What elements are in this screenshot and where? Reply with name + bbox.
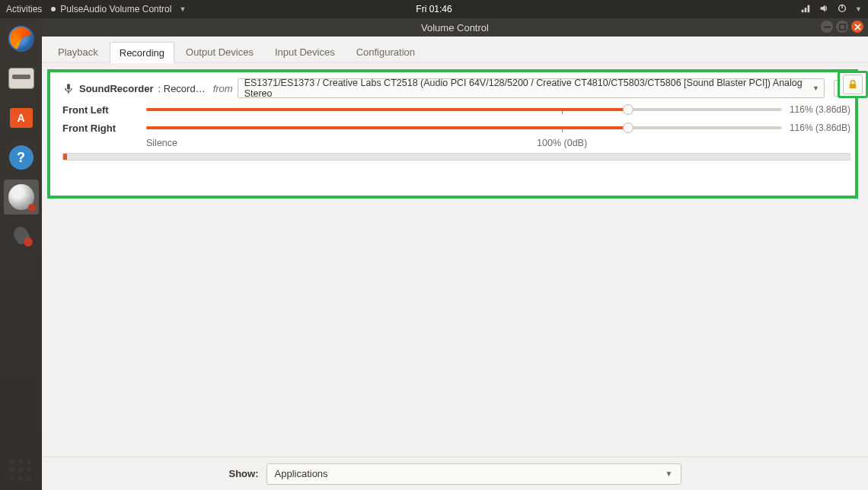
microphone-icon bbox=[8, 224, 34, 250]
slider-scale-labels: Silence 100% (0dB) bbox=[146, 138, 782, 150]
source-device-select[interactable]: ES1371/ES1373 / Creative Labs CT2518 (Au… bbox=[238, 78, 825, 98]
help-icon: ? bbox=[9, 145, 34, 170]
ubuntu-launcher: A ? bbox=[0, 18, 42, 490]
volume-slider-front-left[interactable] bbox=[146, 103, 782, 116]
gnome-topbar: Activities PulseAudio Volume Control ▼ F… bbox=[0, 0, 868, 18]
svg-rect-4 bbox=[67, 84, 70, 90]
svg-rect-3 bbox=[839, 24, 844, 29]
launcher-pavucontrol[interactable] bbox=[4, 180, 39, 215]
topbar-clock[interactable]: Fri 01:46 bbox=[416, 4, 452, 14]
lock-channels-button[interactable] bbox=[843, 75, 863, 94]
tab-recording[interactable]: Recording bbox=[110, 42, 174, 63]
scale-silence-label: Silence bbox=[146, 138, 177, 148]
launcher-software[interactable]: A bbox=[4, 100, 39, 135]
scale-full-label: 100% (0dB) bbox=[537, 138, 587, 148]
network-icon[interactable] bbox=[800, 3, 811, 16]
svg-rect-5 bbox=[68, 91, 69, 94]
tab-output-devices[interactable]: Output Devices bbox=[176, 41, 263, 62]
launcher-firefox[interactable] bbox=[4, 21, 39, 56]
topbar-app-name: PulseAudio Volume Control bbox=[60, 4, 171, 14]
volume-slider-front-right[interactable] bbox=[146, 122, 782, 134]
launcher-help[interactable]: ? bbox=[4, 140, 39, 175]
files-icon bbox=[8, 68, 34, 89]
lock-icon bbox=[847, 79, 858, 90]
tab-content: SoundRecorder : Record… from ES1371/ES13… bbox=[42, 63, 868, 490]
svg-rect-1 bbox=[841, 4, 842, 8]
tab-bar: Playback Recording Output Devices Input … bbox=[42, 37, 868, 63]
software-store-icon: A bbox=[10, 108, 33, 128]
tab-input-devices[interactable]: Input Devices bbox=[265, 41, 345, 62]
svg-rect-6 bbox=[850, 84, 857, 88]
channel-value: 116% (3.86dB) bbox=[782, 104, 850, 115]
annotation-lock-highlight bbox=[838, 71, 868, 98]
channel-value: 116% (3.86dB) bbox=[782, 123, 850, 133]
tab-playback[interactable]: Playback bbox=[48, 41, 108, 62]
volume-icon[interactable] bbox=[819, 3, 829, 16]
chevron-down-icon: ▼ bbox=[855, 5, 862, 13]
tab-configuration[interactable]: Configuration bbox=[346, 41, 425, 62]
channel-row-front-left: Front Left 116% (3.86dB) bbox=[62, 101, 850, 118]
channel-label: Front Right bbox=[62, 123, 146, 134]
footer-bar: Show: Applications ▼ bbox=[42, 457, 868, 490]
channel-label: Front Left bbox=[62, 104, 146, 116]
pavucontrol-window: Volume Control Playback Recording Output… bbox=[42, 18, 868, 490]
topbar-app-menu[interactable]: PulseAudio Volume Control ▼ bbox=[51, 4, 186, 14]
stream-from-label: from bbox=[213, 83, 233, 94]
channel-row-front-right: Front Right 116% (3.86dB) bbox=[62, 119, 850, 136]
window-title: Volume Control bbox=[421, 22, 489, 33]
microphone-icon bbox=[62, 82, 75, 94]
chevron-down-icon: ▼ bbox=[812, 84, 819, 92]
launcher-files[interactable] bbox=[4, 61, 39, 96]
show-filter-value: Applications bbox=[275, 468, 328, 479]
window-close-button[interactable] bbox=[851, 21, 863, 33]
svg-rect-2 bbox=[824, 26, 831, 27]
show-applications-button[interactable] bbox=[10, 460, 33, 482]
vu-meter bbox=[62, 153, 850, 161]
activities-button[interactable]: Activities bbox=[6, 4, 42, 14]
show-filter-select[interactable]: Applications ▼ bbox=[266, 463, 681, 485]
show-label: Show: bbox=[229, 468, 259, 479]
chevron-down-icon: ▼ bbox=[179, 5, 186, 13]
app-indicator-dot bbox=[51, 7, 56, 11]
power-icon[interactable] bbox=[837, 3, 847, 16]
launcher-sound-recorder[interactable] bbox=[4, 219, 39, 254]
device-select-value: ES1371/ES1373 / Creative Labs CT2518 (Au… bbox=[244, 78, 809, 99]
pavucontrol-icon bbox=[8, 184, 34, 210]
firefox-icon bbox=[8, 26, 34, 52]
window-titlebar[interactable]: Volume Control bbox=[42, 18, 868, 37]
recording-stream-row: SoundRecorder : Record… from ES1371/ES13… bbox=[62, 78, 850, 98]
stream-action: : Record… bbox=[158, 83, 206, 94]
window-minimize-button[interactable] bbox=[821, 21, 833, 33]
stream-app-name: SoundRecorder bbox=[79, 83, 154, 94]
topbar-tray[interactable]: ▼ bbox=[800, 3, 862, 16]
channel-sliders: Front Left 116% (3.86dB) Front Right 1 bbox=[62, 101, 850, 150]
chevron-down-icon: ▼ bbox=[665, 469, 673, 478]
window-maximize-button[interactable] bbox=[836, 21, 848, 33]
